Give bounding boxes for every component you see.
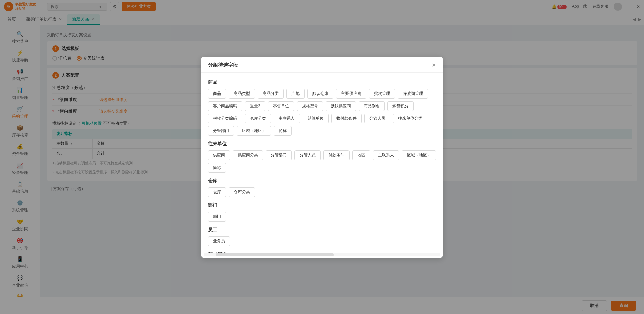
section-title-product-attr: 商品属性 bbox=[208, 251, 436, 254]
field-tag-warehouse-1[interactable]: 仓库分类 bbox=[229, 187, 255, 197]
field-tag-partner-1[interactable]: 供应商分类 bbox=[233, 150, 263, 160]
field-tag-goods-14[interactable]: 炼货积分 bbox=[387, 101, 414, 111]
field-tag-goods-2[interactable]: 商品分类 bbox=[258, 89, 284, 99]
field-tag-goods-10[interactable]: 零售单位 bbox=[268, 101, 294, 111]
field-tag-goods-12[interactable]: 默认供应商 bbox=[326, 101, 356, 111]
field-grid-partner: 供应商 供应商分类 分管部门 分管人员 付款条件 地区 主联系人 区域（地区） … bbox=[208, 150, 436, 173]
field-tag-goods-15[interactable]: 税收分类编码 bbox=[208, 114, 242, 123]
modal-title: 分组待选字段 bbox=[208, 62, 238, 68]
modal-overlay: 分组待选字段 ✕ 商品 商品 商品类型 商品分类 产地 默认仓库 主要供应商 批… bbox=[0, 0, 644, 314]
field-tag-goods-11[interactable]: 规格型号 bbox=[297, 101, 323, 111]
field-grid-warehouse: 仓库 仓库分类 bbox=[208, 187, 436, 197]
field-tag-goods-24[interactable]: 简称 bbox=[274, 126, 292, 136]
field-tag-goods-0[interactable]: 商品 bbox=[208, 89, 226, 99]
section-title-warehouse: 仓库 bbox=[208, 178, 436, 184]
field-tag-partner-8[interactable]: 简称 bbox=[208, 163, 226, 173]
field-tag-goods-22[interactable]: 分管部门 bbox=[208, 126, 234, 136]
field-select-modal: 分组待选字段 ✕ 商品 商品 商品类型 商品分类 产地 默认仓库 主要供应商 批… bbox=[201, 57, 443, 258]
field-tag-goods-8[interactable]: 客户商品编码 bbox=[208, 101, 242, 111]
field-tag-partner-7[interactable]: 区域（地区） bbox=[402, 150, 436, 160]
modal-body: 商品 商品 商品类型 商品分类 产地 默认仓库 主要供应商 批次管理 保质期管理… bbox=[201, 73, 443, 254]
field-tag-goods-17[interactable]: 主联系人 bbox=[274, 114, 300, 123]
field-tag-dept-0[interactable]: 部门 bbox=[208, 212, 226, 222]
modal-header: 分组待选字段 ✕ bbox=[201, 57, 443, 73]
field-tag-goods-7[interactable]: 保质期管理 bbox=[398, 89, 428, 99]
field-tag-goods-13[interactable]: 商品别名 bbox=[359, 101, 385, 111]
section-title-department: 部门 bbox=[208, 202, 436, 208]
field-tag-warehouse-0[interactable]: 仓库 bbox=[208, 187, 226, 197]
field-grid-employee: 业务员 bbox=[208, 236, 436, 246]
section-title-goods: 商品 bbox=[208, 79, 436, 85]
modal-close-button[interactable]: ✕ bbox=[432, 62, 436, 68]
field-tag-goods-1[interactable]: 商品类型 bbox=[229, 89, 255, 99]
field-tag-partner-5[interactable]: 地区 bbox=[352, 150, 370, 160]
section-title-partner: 往来单位 bbox=[208, 141, 436, 147]
field-tag-goods-6[interactable]: 批次管理 bbox=[369, 89, 395, 99]
field-tag-goods-19[interactable]: 收付款条件 bbox=[331, 114, 362, 123]
field-tag-partner-0[interactable]: 供应商 bbox=[208, 150, 230, 160]
field-tag-goods-3[interactable]: 产地 bbox=[286, 89, 305, 99]
field-tag-goods-9[interactable]: 重量3 bbox=[245, 101, 265, 111]
field-tag-goods-4[interactable]: 默认仓库 bbox=[307, 89, 333, 99]
field-tag-partner-6[interactable]: 主联系人 bbox=[373, 150, 399, 160]
field-tag-partner-3[interactable]: 分管人员 bbox=[294, 150, 321, 160]
field-tag-goods-21[interactable]: 往来单位分类 bbox=[393, 114, 427, 123]
field-grid-goods: 商品 商品类型 商品分类 产地 默认仓库 主要供应商 批次管理 保质期管理 客户… bbox=[208, 89, 436, 136]
field-tag-partner-2[interactable]: 分管部门 bbox=[266, 150, 292, 160]
field-grid-department: 部门 bbox=[208, 212, 436, 222]
field-tag-goods-5[interactable]: 主要供应商 bbox=[336, 89, 366, 99]
field-tag-goods-18[interactable]: 结算单位 bbox=[303, 114, 329, 123]
field-tag-goods-16[interactable]: 仓库分类 bbox=[245, 114, 271, 123]
field-tag-partner-4[interactable]: 付款条件 bbox=[323, 150, 350, 160]
field-tag-emp-0[interactable]: 业务员 bbox=[208, 236, 230, 246]
section-title-employee: 员工 bbox=[208, 227, 436, 233]
field-tag-goods-23[interactable]: 区域（地区） bbox=[237, 126, 271, 136]
hscroll-thumb bbox=[216, 253, 334, 256]
modal-hscroll[interactable] bbox=[204, 253, 440, 256]
field-tag-goods-20[interactable]: 分管人员 bbox=[364, 114, 390, 123]
